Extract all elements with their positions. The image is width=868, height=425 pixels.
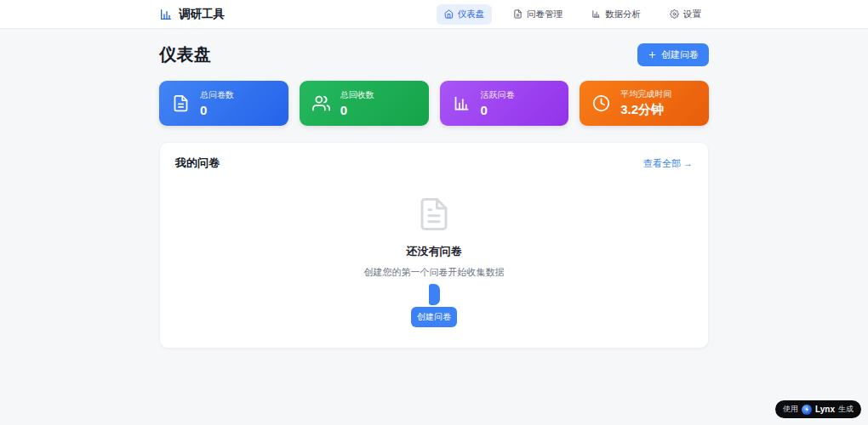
app-logo[interactable]: 调研工具 [159,7,225,22]
gear-icon [670,9,679,19]
lynx-attribution-badge[interactable]: 使用 Lynx 生成 [775,400,861,418]
app-title: 调研工具 [179,7,225,22]
top-navbar: 调研工具 仪表盘 问卷管理 数据分析 [0,0,868,29]
empty-state-subtitle: 创建您的第一个问卷开始收集数据 [175,266,693,279]
stat-card-total-surveys: 总问卷数 0 [159,81,288,126]
create-survey-button[interactable]: 创建问卷 [637,43,709,66]
nav-item-label: 数据分析 [605,8,641,20]
stat-label: 总回收数 [340,89,374,101]
nav-item-label: 仪表盘 [458,8,485,20]
main-content: 仪表盘 创建问卷 总问卷数 0 总回收数 0 [159,43,709,348]
stat-value: 0 [481,103,515,117]
users-icon [312,94,330,112]
empty-state: 还没有问卷 创建您的第一个问卷开始收集数据 创建问卷 [175,196,693,327]
stat-value: 0 [200,103,234,117]
bar-chart-icon [591,9,601,19]
stat-value: 0 [340,103,374,117]
home-icon [444,9,454,19]
stat-label: 总问卷数 [200,89,234,101]
create-survey-button-label: 创建问卷 [661,48,699,61]
panel-title: 我的问卷 [175,156,220,171]
lynx-logo-icon [802,405,812,415]
page-title: 仪表盘 [159,43,212,66]
nav-item-data-analysis[interactable]: 数据分析 [584,4,648,25]
empty-state-title: 还没有问卷 [175,244,693,259]
nav-item-settings[interactable]: 设置 [662,4,709,25]
my-surveys-panel: 我的问卷 查看全部 → 还没有问卷 创建您的第一个问卷开始收集数据 创建问卷 [159,142,709,348]
badge-brand: Lynx [815,405,835,414]
stat-value: 3.2分钟 [620,102,671,118]
stat-label: 平均完成时间 [620,88,671,100]
clock-icon [592,94,610,112]
empty-state-create-button[interactable]: 创建问卷 [411,307,457,327]
plus-icon [648,50,657,60]
nav-item-survey-management[interactable]: 问卷管理 [505,4,570,25]
view-all-link[interactable]: 查看全部 → [643,157,693,170]
stat-card-total-responses: 总回收数 0 [300,81,429,126]
document-placeholder-icon [175,196,693,235]
badge-suffix: 生成 [838,404,854,415]
nav-item-label: 问卷管理 [527,8,562,20]
empty-state-accent-shape [429,284,440,305]
badge-prefix: 使用 [783,404,798,415]
stats-row: 总问卷数 0 总回收数 0 活跃问卷 0 [159,81,709,126]
bar-chart-icon [453,94,471,112]
main-nav: 仪表盘 问卷管理 数据分析 设置 [437,4,710,25]
stat-card-avg-completion-time: 平均完成时间 3.2分钟 [580,81,709,126]
stat-label: 活跃问卷 [481,89,515,101]
nav-item-label: 设置 [683,8,701,20]
stat-card-active-surveys: 活跃问卷 0 [440,81,569,126]
document-icon [172,94,190,112]
document-icon [513,9,523,19]
bar-chart-logo-icon [159,8,173,21]
nav-item-dashboard[interactable]: 仪表盘 [437,4,493,25]
